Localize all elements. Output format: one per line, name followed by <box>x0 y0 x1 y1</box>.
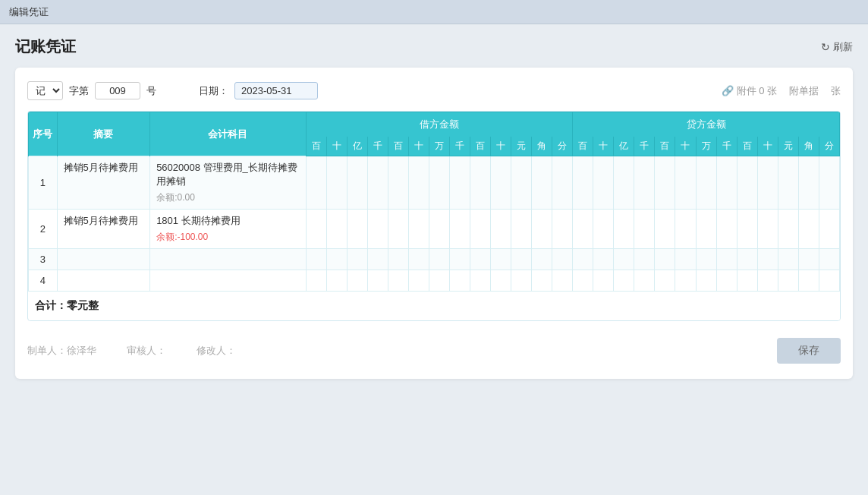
debit-col-4[interactable] <box>388 210 408 249</box>
credit-col-0[interactable] <box>573 156 593 210</box>
debit-col-10[interactable] <box>511 156 532 210</box>
credit-col-2[interactable] <box>614 249 634 270</box>
debit-col-11[interactable] <box>532 270 552 292</box>
debit-col-3[interactable] <box>367 210 388 249</box>
row-summary[interactable] <box>57 270 150 292</box>
debit-col-8[interactable] <box>470 270 490 292</box>
row-account[interactable]: 1801 长期待摊费用余额:-100.00 <box>150 210 306 249</box>
credit-col-3[interactable] <box>634 270 655 292</box>
debit-col-8[interactable] <box>470 249 490 270</box>
debit-col-8[interactable] <box>470 210 490 249</box>
credit-col-7[interactable] <box>716 270 737 292</box>
debit-col-5[interactable] <box>408 249 429 270</box>
debit-col-2[interactable] <box>347 270 367 292</box>
debit-col-9[interactable] <box>491 156 511 210</box>
credit-col-11[interactable] <box>798 270 819 292</box>
debit-col-3[interactable] <box>367 156 388 210</box>
credit-col-4[interactable] <box>655 270 675 292</box>
debit-col-0[interactable] <box>306 249 326 270</box>
credit-col-4[interactable] <box>655 249 675 270</box>
credit-col-12[interactable] <box>819 156 839 210</box>
debit-col-6[interactable] <box>429 270 449 292</box>
debit-col-4[interactable] <box>388 249 408 270</box>
debit-col-2[interactable] <box>347 210 367 249</box>
credit-col-3[interactable] <box>634 249 655 270</box>
credit-col-10[interactable] <box>778 249 798 270</box>
credit-col-8[interactable] <box>737 249 757 270</box>
credit-col-9[interactable] <box>757 210 778 249</box>
credit-col-7[interactable] <box>716 249 737 270</box>
credit-col-12[interactable] <box>819 270 839 292</box>
debit-col-6[interactable] <box>429 249 449 270</box>
credit-col-5[interactable] <box>675 270 696 292</box>
credit-col-12[interactable] <box>819 210 839 249</box>
debit-col-1[interactable] <box>326 210 347 249</box>
debit-col-7[interactable] <box>449 210 470 249</box>
debit-col-0[interactable] <box>306 210 326 249</box>
credit-col-1[interactable] <box>593 270 614 292</box>
credit-col-2[interactable] <box>614 156 634 210</box>
credit-col-9[interactable] <box>757 156 778 210</box>
debit-col-1[interactable] <box>326 156 347 210</box>
credit-col-0[interactable] <box>573 210 593 249</box>
credit-col-9[interactable] <box>757 249 778 270</box>
debit-col-0[interactable] <box>306 156 326 210</box>
credit-col-8[interactable] <box>737 210 757 249</box>
credit-col-11[interactable] <box>798 249 819 270</box>
voucher-type-select[interactable]: 记 <box>27 81 63 100</box>
credit-col-11[interactable] <box>798 156 819 210</box>
save-button[interactable]: 保存 <box>777 338 841 364</box>
credit-col-8[interactable] <box>737 156 757 210</box>
debit-col-7[interactable] <box>449 270 470 292</box>
debit-col-12[interactable] <box>552 270 573 292</box>
credit-col-8[interactable] <box>737 270 757 292</box>
debit-col-12[interactable] <box>552 210 573 249</box>
credit-col-0[interactable] <box>573 270 593 292</box>
credit-col-7[interactable] <box>716 210 737 249</box>
row-summary[interactable] <box>57 249 150 270</box>
refresh-button[interactable]: ↻ 刷新 <box>821 40 853 54</box>
debit-col-5[interactable] <box>408 270 429 292</box>
credit-col-4[interactable] <box>655 156 675 210</box>
debit-col-11[interactable] <box>532 249 552 270</box>
row-summary[interactable]: 摊销5月待摊费用 <box>57 210 150 249</box>
debit-col-12[interactable] <box>552 249 573 270</box>
credit-col-5[interactable] <box>675 210 696 249</box>
credit-col-10[interactable] <box>778 156 798 210</box>
debit-col-0[interactable] <box>306 270 326 292</box>
debit-col-9[interactable] <box>491 270 511 292</box>
debit-col-10[interactable] <box>511 270 532 292</box>
credit-col-1[interactable] <box>593 156 614 210</box>
debit-col-4[interactable] <box>388 156 408 210</box>
debit-col-1[interactable] <box>326 249 347 270</box>
debit-col-11[interactable] <box>532 156 552 210</box>
row-account[interactable]: 56020008 管理费用_长期待摊费用摊销余额:0.00 <box>150 156 306 210</box>
debit-col-3[interactable] <box>367 270 388 292</box>
credit-col-1[interactable] <box>593 249 614 270</box>
credit-col-12[interactable] <box>819 249 839 270</box>
debit-col-5[interactable] <box>408 156 429 210</box>
credit-col-11[interactable] <box>798 210 819 249</box>
debit-col-3[interactable] <box>367 249 388 270</box>
debit-col-9[interactable] <box>491 249 511 270</box>
debit-col-11[interactable] <box>532 210 552 249</box>
debit-col-12[interactable] <box>552 156 573 210</box>
debit-col-7[interactable] <box>449 156 470 210</box>
debit-col-9[interactable] <box>491 210 511 249</box>
debit-col-5[interactable] <box>408 210 429 249</box>
row-account[interactable] <box>150 249 306 270</box>
voucher-number-input[interactable] <box>95 82 140 99</box>
debit-col-8[interactable] <box>470 156 490 210</box>
debit-col-2[interactable] <box>347 249 367 270</box>
date-input[interactable] <box>234 82 318 99</box>
debit-col-6[interactable] <box>429 210 449 249</box>
attach-single-label[interactable]: 附单据 <box>789 84 819 98</box>
credit-col-2[interactable] <box>614 270 634 292</box>
credit-col-0[interactable] <box>573 249 593 270</box>
credit-col-7[interactable] <box>716 156 737 210</box>
credit-col-6[interactable] <box>696 249 716 270</box>
credit-col-1[interactable] <box>593 210 614 249</box>
credit-col-5[interactable] <box>675 249 696 270</box>
credit-col-2[interactable] <box>614 210 634 249</box>
row-summary[interactable]: 摊销5月待摊费用 <box>57 156 150 210</box>
